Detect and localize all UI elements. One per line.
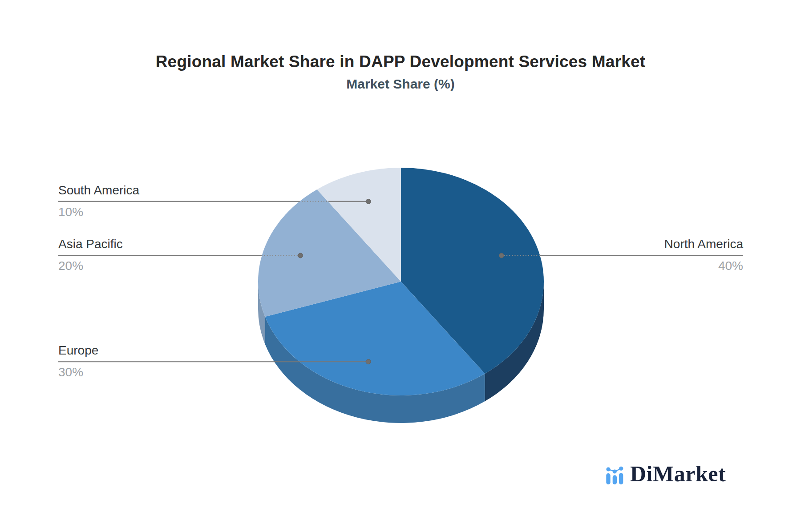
slice-label-europe: Europe (58, 343, 98, 358)
slice-pct-north-america: 40% (718, 258, 743, 274)
chart-canvas: Regional Market Share in DAPP Developmen… (0, 0, 801, 532)
leader-dot-south-america (366, 199, 371, 204)
slice-label-asia-pacific: Asia Pacific (58, 237, 123, 252)
brand-logo: DiMarket (606, 463, 726, 485)
bar-line-chart-icon (606, 466, 624, 485)
pie-chart (0, 0, 801, 532)
leader-dot-north-america (499, 253, 504, 258)
leader-dot-asia-pacific (298, 253, 303, 258)
slice-pct-south-america: 10% (58, 205, 83, 220)
leader-dot-europe (366, 359, 371, 364)
slice-label-south-america: South America (58, 183, 139, 198)
slice-pct-asia-pacific: 20% (58, 258, 83, 274)
brand-logo-text: DiMarket (630, 463, 726, 485)
slice-label-north-america: North America (664, 237, 743, 252)
slice-pct-europe: 30% (58, 365, 83, 380)
